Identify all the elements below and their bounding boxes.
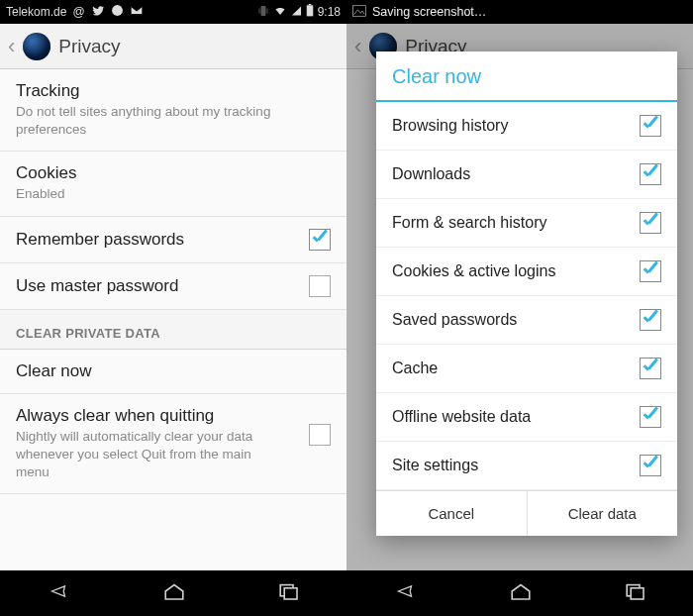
checkbox-cache[interactable] xyxy=(640,358,661,379)
row-master-password[interactable]: Use master password xyxy=(0,263,346,310)
left-screen: Telekom.de @ xyxy=(0,0,346,616)
section-clear-private: CLEAR PRIVATE DATA xyxy=(0,310,346,350)
dlg-row-form[interactable]: Form & search history xyxy=(376,199,677,248)
gmail-icon xyxy=(130,5,144,19)
dlg-label: Offline website data xyxy=(392,408,531,426)
svg-rect-2 xyxy=(308,4,311,5)
clock-label: 9:18 xyxy=(318,5,341,19)
checkbox-offline[interactable] xyxy=(640,406,661,428)
svg-point-0 xyxy=(112,5,123,16)
app-header: ‹ Privacy xyxy=(0,24,346,69)
row-title: Tracking xyxy=(16,81,331,101)
checkbox-form[interactable] xyxy=(640,212,661,234)
dlg-row-site[interactable]: Site settings xyxy=(376,442,677,490)
dlg-label: Cookies & active logins xyxy=(392,262,555,280)
dialog-buttons: Cancel Clear data xyxy=(376,490,677,536)
nav-back-icon[interactable] xyxy=(392,581,418,605)
row-subtitle: Enabled xyxy=(16,185,331,203)
firefox-icon xyxy=(111,4,124,20)
checkbox-master[interactable] xyxy=(309,275,331,297)
saving-label: Saving screenshot… xyxy=(372,5,486,19)
dlg-label: Form & search history xyxy=(392,214,546,232)
checkbox-saved[interactable] xyxy=(640,309,661,331)
dlg-row-offline[interactable]: Offline website data xyxy=(376,393,677,442)
back-icon[interactable]: ‹ xyxy=(8,36,15,57)
row-clear-now[interactable]: Clear now xyxy=(0,350,346,394)
nav-recent-icon[interactable] xyxy=(624,581,647,605)
dlg-row-browsing[interactable]: Browsing history xyxy=(376,102,677,151)
dlg-label: Saved passwords xyxy=(392,311,517,329)
vibrate-icon xyxy=(257,5,269,20)
nav-home-icon[interactable] xyxy=(509,581,533,605)
row-subtitle: Do not tell sites anything about my trac… xyxy=(16,103,331,139)
checkbox-cookies[interactable] xyxy=(640,260,661,282)
dlg-row-cache[interactable]: Cache xyxy=(376,345,677,393)
image-icon xyxy=(352,5,366,20)
row-title: Always clear when quitting xyxy=(16,406,309,426)
carrier-label: Telekom.de xyxy=(6,5,66,19)
row-title: Clear now xyxy=(16,361,331,381)
svg-rect-1 xyxy=(306,5,313,16)
dlg-row-downloads[interactable]: Downloads xyxy=(376,151,677,199)
dlg-label: Downloads xyxy=(392,165,470,183)
nav-home-icon[interactable] xyxy=(162,581,186,605)
row-tracking[interactable]: Tracking Do not tell sites anything abou… xyxy=(0,69,346,152)
app-globe-icon xyxy=(23,33,50,60)
dlg-label: Cache xyxy=(392,359,438,377)
dlg-label: Browsing history xyxy=(392,117,508,135)
battery-icon xyxy=(306,4,314,20)
row-title: Cookies xyxy=(16,163,331,183)
checkbox-downloads[interactable] xyxy=(640,163,661,185)
cancel-button[interactable]: Cancel xyxy=(376,491,527,536)
row-title: Remember passwords xyxy=(16,230,184,250)
svg-rect-7 xyxy=(631,588,644,599)
dlg-row-cookies[interactable]: Cookies & active logins xyxy=(376,248,677,296)
row-always-clear[interactable]: Always clear when quitting Nightly will … xyxy=(0,394,346,495)
checkbox-site[interactable] xyxy=(640,455,661,476)
status-bar: Telekom.de @ xyxy=(0,0,346,24)
page-title: Privacy xyxy=(58,36,120,57)
svg-rect-4 xyxy=(284,588,297,599)
twitter-icon xyxy=(91,5,105,20)
svg-rect-5 xyxy=(353,5,366,16)
nav-bar xyxy=(0,570,346,616)
at-icon: @ xyxy=(72,5,84,19)
checkbox-remember[interactable] xyxy=(309,229,331,251)
clear-data-button[interactable]: Clear data xyxy=(527,491,678,536)
right-screen: Saving screenshot… ‹ Privacy Clear now B… xyxy=(346,0,693,616)
clear-now-dialog: Clear now Browsing history Downloads For… xyxy=(376,51,677,536)
wifi-icon xyxy=(273,5,287,20)
signal-icon xyxy=(291,5,302,20)
row-subtitle: Nightly will automatically clear your da… xyxy=(16,428,309,482)
nav-recent-icon[interactable] xyxy=(277,581,301,605)
nav-back-icon[interactable] xyxy=(46,581,71,605)
dialog-title: Clear now xyxy=(376,51,677,102)
checkbox-always-clear[interactable] xyxy=(309,424,331,446)
status-bar: Saving screenshot… xyxy=(346,0,693,24)
checkbox-browsing[interactable] xyxy=(640,115,661,137)
dlg-label: Site settings xyxy=(392,457,478,474)
row-title: Use master password xyxy=(16,276,178,296)
row-cookies[interactable]: Cookies Enabled xyxy=(0,152,346,216)
dlg-row-saved[interactable]: Saved passwords xyxy=(376,296,677,345)
row-remember-passwords[interactable]: Remember passwords xyxy=(0,217,346,263)
nav-bar xyxy=(346,570,693,616)
settings-list: Tracking Do not tell sites anything abou… xyxy=(0,69,346,570)
